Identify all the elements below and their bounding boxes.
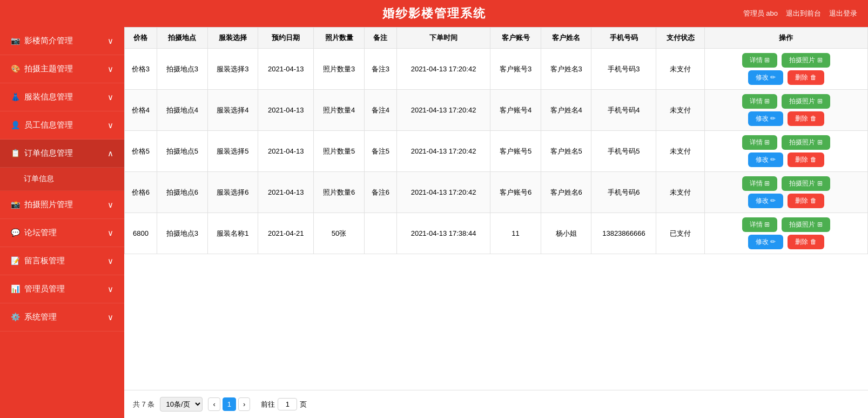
sidebar-item-theme[interactable]: 🎨拍摄主题管理 ∨ bbox=[0, 55, 124, 83]
cell-status: 未支付 bbox=[656, 49, 704, 90]
edit-button[interactable]: 修改 ✏ bbox=[748, 111, 783, 126]
cell-location: 拍摄地点3 bbox=[157, 49, 207, 90]
cell-date: 2021-04-13 bbox=[258, 49, 314, 90]
col-price: 价格 bbox=[125, 28, 157, 49]
cell-photos: 照片数量6 bbox=[314, 172, 365, 213]
cell-location: 拍摄地点5 bbox=[157, 131, 207, 172]
cell-costume: 服装选择5 bbox=[207, 131, 258, 172]
cell-name: 客户姓名4 bbox=[541, 90, 591, 131]
cell-note: 备注3 bbox=[364, 49, 396, 90]
cell-costume: 服装选择6 bbox=[207, 172, 258, 213]
sidebar-item-order[interactable]: 📋订单信息管理 ∧ bbox=[0, 140, 124, 168]
detail-button[interactable]: 详情 ⊞ bbox=[742, 135, 777, 150]
prev-page-button[interactable]: ‹ bbox=[208, 397, 220, 411]
edit-button[interactable]: 修改 ✏ bbox=[748, 152, 783, 167]
cell-price: 价格4 bbox=[125, 90, 157, 131]
cell-actions: 详情 ⊞ 拍摄照片 ⊞ 修改 ✏ 删除 🗑 bbox=[704, 172, 867, 213]
cell-phone: 手机号码3 bbox=[591, 49, 656, 90]
sidebar-item-studio[interactable]: 📷影楼简介管理 ∨ bbox=[0, 27, 124, 55]
cell-order-time: 2021-04-13 17:20:42 bbox=[396, 49, 490, 90]
page-1-button[interactable]: 1 bbox=[223, 397, 236, 411]
chevron-down-icon: ∨ bbox=[107, 64, 113, 74]
photo-button[interactable]: 拍摄照片 ⊞ bbox=[782, 94, 830, 109]
costume-icon: 👗 bbox=[11, 92, 20, 101]
detail-button[interactable]: 详情 ⊞ bbox=[742, 53, 777, 68]
cell-location: 拍摄地点4 bbox=[157, 90, 207, 131]
cell-account: 客户账号5 bbox=[490, 131, 541, 172]
jump-prefix: 前往 bbox=[261, 400, 275, 409]
edit-button[interactable]: 修改 ✏ bbox=[748, 194, 783, 208]
chevron-down-icon: ∨ bbox=[107, 121, 113, 130]
cell-costume: 服装选择4 bbox=[207, 90, 258, 131]
delete-button[interactable]: 删除 🗑 bbox=[788, 235, 824, 249]
logout-button[interactable]: 退出登录 bbox=[829, 9, 857, 18]
delete-button[interactable]: 删除 🗑 bbox=[788, 70, 824, 85]
col-location: 拍摄地点 bbox=[157, 28, 207, 49]
edit-button[interactable]: 修改 ✏ bbox=[748, 70, 783, 85]
table-row: 价格5拍摄地点5服装选择52021-04-13照片数量5备注52021-04-1… bbox=[125, 131, 868, 172]
page-navigation: ‹ 1 › bbox=[208, 397, 250, 411]
detail-button[interactable]: 详情 ⊞ bbox=[742, 176, 777, 191]
content-area: 价格 拍摄地点 服装选择 预约日期 照片数量 备注 下单时间 客户账号 客户姓名… bbox=[124, 27, 868, 418]
cell-account: 客户账号3 bbox=[490, 49, 541, 90]
sidebar-sub-item-order-info[interactable]: 订单信息 bbox=[0, 168, 124, 191]
cell-price: 价格3 bbox=[125, 49, 157, 90]
chevron-down-icon: ∨ bbox=[107, 256, 113, 266]
cell-name: 杨小姐 bbox=[541, 213, 591, 254]
photo-button[interactable]: 拍摄照片 ⊞ bbox=[782, 135, 830, 150]
delete-button[interactable]: 删除 🗑 bbox=[788, 194, 824, 208]
cell-actions: 详情 ⊞ 拍摄照片 ⊞ 修改 ✏ 删除 🗑 bbox=[704, 90, 867, 131]
detail-button[interactable]: 详情 ⊞ bbox=[742, 217, 777, 232]
sidebar-item-photo[interactable]: 📸拍摄照片管理 ∨ bbox=[0, 191, 124, 219]
theme-icon: 🎨 bbox=[11, 64, 20, 73]
cell-order-time: 2021-04-13 17:20:42 bbox=[396, 172, 490, 213]
pagination-bar: 共 7 条 10条/页 20条/页 50条/页 ‹ 1 › 前往 页 bbox=[124, 390, 868, 418]
cell-phone: 13823866666 bbox=[591, 213, 656, 254]
order-icon: 📋 bbox=[11, 149, 20, 157]
cell-costume: 服装名称1 bbox=[207, 213, 258, 254]
sidebar-item-forum[interactable]: 💬论坛管理 ∨ bbox=[0, 219, 124, 247]
sidebar-item-costume[interactable]: 👗服装信息管理 ∨ bbox=[0, 83, 124, 111]
photo-button[interactable]: 拍摄照片 ⊞ bbox=[782, 176, 830, 191]
cell-price: 价格6 bbox=[125, 172, 157, 213]
sidebar-item-admin[interactable]: 📊管理员管理 ∨ bbox=[0, 275, 124, 303]
cell-order-time: 2021-04-13 17:20:42 bbox=[396, 131, 490, 172]
per-page-select[interactable]: 10条/页 20条/页 50条/页 bbox=[160, 397, 203, 412]
photo-button[interactable]: 拍摄照片 ⊞ bbox=[782, 217, 830, 232]
photo-button[interactable]: 拍摄照片 ⊞ bbox=[782, 53, 830, 68]
cell-order-time: 2021-04-13 17:38:44 bbox=[396, 213, 490, 254]
sidebar-item-staff[interactable]: 👤员工信息管理 ∨ bbox=[0, 111, 124, 140]
cell-date: 2021-04-13 bbox=[258, 131, 314, 172]
main-layout: 📷影楼简介管理 ∨ 🎨拍摄主题管理 ∨ 👗服装信息管理 ∨ 👤员工信息管理 ∨ … bbox=[0, 27, 868, 418]
app-title: 婚纱影楼管理系统 bbox=[382, 5, 486, 22]
col-note: 备注 bbox=[364, 28, 396, 49]
chevron-down-icon: ∧ bbox=[107, 149, 113, 158]
col-photos: 照片数量 bbox=[314, 28, 365, 49]
cell-order-time: 2021-04-13 17:20:42 bbox=[396, 90, 490, 131]
cell-photos: 照片数量3 bbox=[314, 49, 365, 90]
edit-button[interactable]: 修改 ✏ bbox=[748, 235, 783, 249]
cell-price: 价格5 bbox=[125, 131, 157, 172]
col-status: 支付状态 bbox=[656, 28, 704, 49]
jump-suffix: 页 bbox=[300, 400, 307, 409]
chevron-down-icon: ∨ bbox=[107, 200, 113, 210]
table-row: 价格6拍摄地点6服装选择62021-04-13照片数量6备注62021-04-1… bbox=[125, 172, 868, 213]
studio-icon: 📷 bbox=[11, 36, 20, 45]
cell-date: 2021-04-13 bbox=[258, 90, 314, 131]
back-to-front-button[interactable]: 退出到前台 bbox=[786, 9, 821, 18]
sidebar-item-system[interactable]: ⚙️系统管理 ∨ bbox=[0, 303, 124, 331]
cell-date: 2021-04-13 bbox=[258, 172, 314, 213]
staff-icon: 👤 bbox=[11, 121, 20, 129]
cell-account: 客户账号6 bbox=[490, 172, 541, 213]
chevron-down-icon: ∨ bbox=[107, 36, 113, 46]
jump-input[interactable] bbox=[278, 398, 297, 410]
detail-button[interactable]: 详情 ⊞ bbox=[742, 94, 777, 109]
col-name: 客户姓名 bbox=[541, 28, 591, 49]
chevron-down-icon: ∨ bbox=[107, 228, 113, 238]
delete-button[interactable]: 删除 🗑 bbox=[788, 111, 824, 126]
cell-status: 未支付 bbox=[656, 131, 704, 172]
next-page-button[interactable]: › bbox=[238, 397, 250, 411]
sidebar-item-guestbook[interactable]: 📝留言板管理 ∨ bbox=[0, 247, 124, 275]
delete-button[interactable]: 删除 🗑 bbox=[788, 152, 824, 167]
cell-note: 备注5 bbox=[364, 131, 396, 172]
